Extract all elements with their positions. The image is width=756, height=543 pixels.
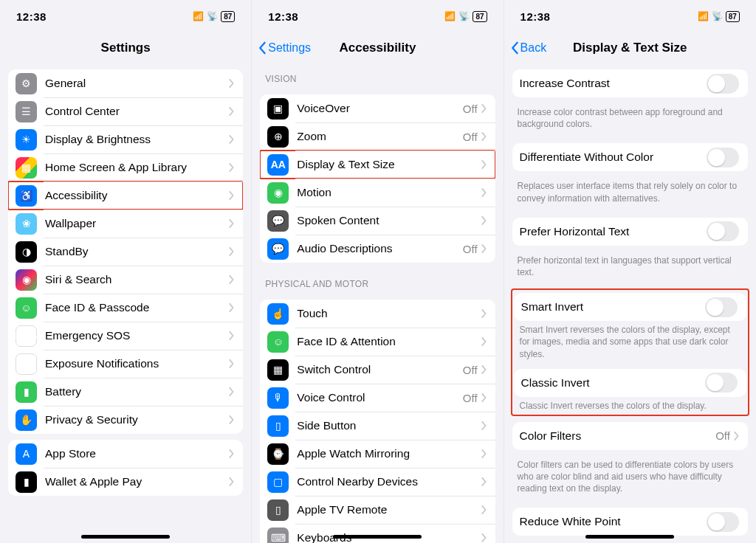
row-spoken-content[interactable]: 💬Spoken Content: [260, 207, 495, 235]
row-privacy-security[interactable]: ✋Privacy & Security: [8, 406, 243, 434]
row-smart-invert[interactable]: Smart Invert: [514, 293, 746, 321]
wallet-icon: ▮: [16, 471, 37, 493]
status-indicators: 📶 📡 87: [698, 11, 740, 22]
chevron-right-icon: [228, 247, 234, 256]
navbar: Settings: [0, 32, 251, 63]
home-indicator[interactable]: [585, 535, 674, 539]
chevron-right-icon: [481, 449, 487, 458]
chevron-right-icon: [228, 449, 234, 458]
row-keyboards[interactable]: ⌨Keyboards: [260, 524, 495, 543]
chevron-right-icon: [481, 160, 487, 169]
row-audio-descriptions[interactable]: 💬Audio DescriptionsOff: [260, 235, 495, 263]
row-display-text-size[interactable]: AADisplay & Text Size: [260, 151, 495, 179]
row-switch-control[interactable]: ▦Switch ControlOff: [260, 356, 495, 384]
row-increase-contrast[interactable]: Increase Contrast: [512, 69, 748, 97]
row-general[interactable]: ⚙General: [8, 69, 243, 97]
row-zoom[interactable]: ⊕ZoomOff: [260, 122, 495, 151]
row-home-screen[interactable]: ▦Home Screen & App Library: [8, 153, 243, 181]
row-exposure-notifications[interactable]: ☀Exposure Notifications: [8, 350, 243, 378]
row-prefer-horizontal[interactable]: Prefer Horizontal Text: [512, 218, 748, 246]
side-button-icon: ▯: [267, 415, 289, 437]
row-touch[interactable]: ☝Touch: [260, 300, 495, 328]
control-center-icon: ☰: [16, 101, 37, 122]
row-classic-invert[interactable]: Classic Invert: [514, 369, 746, 397]
display-text-size-icon: AA: [267, 154, 289, 176]
toggle-prefer-horizontal[interactable]: [707, 221, 739, 241]
chevron-right-icon: [228, 387, 234, 396]
row-battery[interactable]: ▮Battery: [8, 378, 243, 406]
wifi-icon: 📡: [458, 11, 470, 21]
row-label: Zoom: [297, 130, 463, 143]
chevron-right-icon: [481, 188, 487, 197]
back-label: Back: [520, 41, 547, 55]
row-label: Side Button: [297, 419, 480, 432]
toggle-diff-without-color[interactable]: [707, 148, 739, 167]
footer-color-filters: Color filters can be used to differentia…: [504, 456, 756, 502]
row-faceid-passcode[interactable]: ☺Face ID & Passcode: [8, 294, 243, 322]
chevron-right-icon: [228, 303, 234, 312]
row-diff-without-color[interactable]: Differentiate Without Color: [512, 143, 748, 171]
section-header-motor: PHYSICAL AND MOTOR: [252, 269, 503, 294]
row-wallpaper[interactable]: ❀Wallpaper: [8, 210, 243, 238]
accessibility-group-vision: ▣VoiceOverOff⊕ZoomOffAADisplay & Text Si…: [260, 94, 495, 263]
back-button[interactable]: Back: [510, 41, 547, 55]
toggle-smart-invert[interactable]: [705, 297, 738, 317]
battery-icon: 87: [221, 11, 235, 22]
row-faceid-attention[interactable]: ☺Face ID & Attention: [260, 328, 495, 356]
row-voiceover[interactable]: ▣VoiceOverOff: [260, 94, 495, 122]
row-display-brightness[interactable]: ☀Display & Brightness: [8, 125, 243, 153]
apple-watch-mirroring-icon: ⌚: [267, 443, 289, 465]
toggle-classic-invert[interactable]: [705, 373, 738, 392]
row-motion[interactable]: ◉Motion: [260, 179, 495, 207]
wifi-icon: 📡: [712, 11, 723, 21]
home-indicator[interactable]: [333, 535, 422, 539]
row-label: Spoken Content: [297, 214, 480, 227]
row-app-store[interactable]: AApp Store: [8, 440, 243, 468]
row-apple-tv-remote[interactable]: ▯Apple TV Remote: [260, 496, 495, 524]
row-label: Prefer Horizontal Text: [520, 225, 707, 238]
home-indicator[interactable]: [81, 535, 170, 539]
row-label: Apple Watch Mirroring: [297, 447, 480, 460]
status-bar: 12:38 📶 📡 87: [504, 0, 756, 32]
row-wallet[interactable]: ▮Wallet & Apple Pay: [8, 468, 243, 496]
toggle-reduce-white-point[interactable]: [707, 512, 739, 532]
row-side-button[interactable]: ▯Side Button: [260, 412, 495, 440]
signal-icon: 📶: [193, 11, 204, 21]
exposure-notifications-icon: ☀: [16, 353, 37, 375]
signal-icon: 📶: [698, 11, 709, 21]
home-screen-icon: ▦: [16, 157, 37, 179]
footer-diff-without-color: Replaces user interface items that rely …: [504, 177, 756, 211]
row-label: Control Center: [45, 105, 228, 118]
chevron-right-icon: [481, 365, 487, 374]
accessibility-group-motor: ☝Touch☺Face ID & Attention▦Switch Contro…: [260, 300, 495, 543]
row-emergency-sos[interactable]: SOSEmergency SOS: [8, 322, 243, 350]
row-control-nearby[interactable]: ▢Control Nearby Devices: [260, 468, 495, 496]
row-label: Wallpaper: [45, 217, 228, 230]
toggle-increase-contrast[interactable]: [707, 74, 739, 94]
row-apple-watch-mirroring[interactable]: ⌚Apple Watch Mirroring: [260, 440, 495, 468]
row-control-center[interactable]: ☰Control Center: [8, 97, 243, 125]
row-reduce-white-point[interactable]: Reduce White Point: [512, 508, 748, 536]
status-bar: 12:38 📶 📡 87: [252, 0, 503, 32]
row-value: Off: [715, 429, 730, 442]
row-label: Face ID & Passcode: [45, 301, 228, 314]
status-indicators: 📶 📡 87: [193, 11, 235, 22]
row-voice-control[interactable]: 🎙Voice ControlOff: [260, 384, 495, 412]
back-button[interactable]: Settings: [258, 41, 311, 55]
chevron-right-icon: [481, 104, 487, 113]
chevron-right-icon: [733, 432, 739, 440]
row-color-filters[interactable]: Color Filters Off: [512, 422, 748, 450]
chevron-right-icon: [228, 135, 234, 144]
faceid-passcode-icon: ☺: [16, 297, 37, 319]
footer-increase-contrast: Increase color contrast between app fore…: [504, 103, 756, 137]
row-siri-search[interactable]: ◉Siri & Search: [8, 266, 243, 294]
row-standby[interactable]: ◑StandBy: [8, 238, 243, 266]
chevron-right-icon: [481, 533, 487, 542]
battery-icon: 87: [726, 11, 740, 22]
row-accessibility[interactable]: ♿Accessibility: [8, 181, 243, 210]
display-brightness-icon: ☀: [16, 129, 37, 151]
chevron-left-icon: [510, 41, 519, 55]
status-indicators: 📶 📡 87: [444, 11, 487, 22]
chevron-right-icon: [228, 415, 234, 424]
row-label: Face ID & Attention: [297, 335, 480, 348]
